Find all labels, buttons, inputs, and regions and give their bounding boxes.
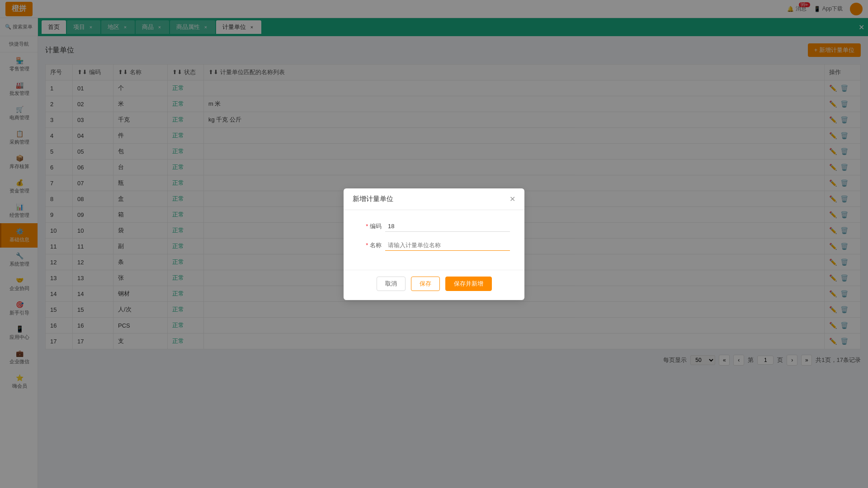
modal-close-button[interactable]: ✕ xyxy=(509,195,515,203)
code-form-row: 编码 xyxy=(358,221,510,232)
save-button[interactable]: 保存 xyxy=(411,277,440,291)
name-form-row: 名称 xyxy=(358,240,510,251)
cancel-button[interactable]: 取消 xyxy=(377,277,406,291)
add-unit-modal: 新增计量单位 ✕ 编码 名称 取消 保存 保存并新增 xyxy=(344,188,524,300)
name-label: 名称 xyxy=(358,241,385,249)
save-new-button[interactable]: 保存并新增 xyxy=(445,277,492,291)
name-input[interactable] xyxy=(385,240,510,251)
code-label: 编码 xyxy=(358,222,385,230)
modal-header: 新增计量单位 ✕ xyxy=(344,188,524,210)
modal-title: 新增计量单位 xyxy=(353,195,393,203)
modal-footer: 取消 保存 保存并新增 xyxy=(344,270,524,300)
modal-body: 编码 名称 xyxy=(344,210,524,270)
modal-overlay: 新增计量单位 ✕ 编码 名称 取消 保存 保存并新增 xyxy=(0,0,868,488)
code-input[interactable] xyxy=(385,221,510,232)
